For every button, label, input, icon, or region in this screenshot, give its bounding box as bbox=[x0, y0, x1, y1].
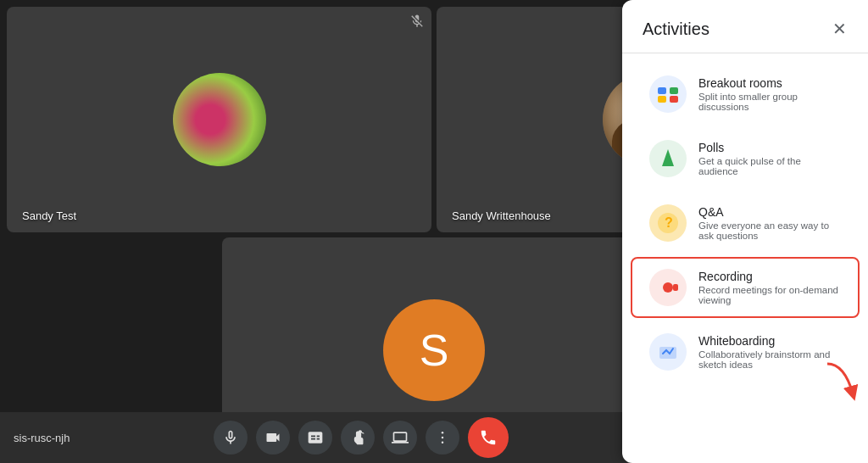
microphone-button[interactable] bbox=[214, 421, 248, 455]
svg-point-11 bbox=[442, 432, 444, 434]
svg-point-12 bbox=[442, 437, 444, 439]
sandy-test-mute-icon bbox=[409, 14, 425, 32]
activity-item-qa[interactable]: ? Q&A Give everyone an easy way to ask q… bbox=[631, 192, 860, 254]
polls-name: Polls bbox=[698, 141, 841, 154]
recording-name: Recording bbox=[698, 270, 841, 283]
svg-point-8 bbox=[663, 282, 673, 293]
end-call-button[interactable] bbox=[468, 417, 509, 458]
present-button[interactable] bbox=[383, 421, 417, 455]
breakout-desc: Split into smaller group discussions bbox=[698, 92, 841, 112]
polls-text: Polls Get a quick pulse of the audience bbox=[698, 141, 841, 176]
sandy-test-avatar bbox=[173, 73, 266, 166]
recording-icon bbox=[649, 269, 687, 306]
qa-text: Q&A Give everyone an easy way to ask que… bbox=[698, 205, 841, 241]
svg-rect-1 bbox=[670, 87, 678, 94]
more-options-button[interactable] bbox=[426, 421, 459, 455]
close-panel-button[interactable]: ✕ bbox=[826, 15, 853, 42]
svg-rect-2 bbox=[658, 96, 666, 103]
svg-text:?: ? bbox=[665, 215, 673, 230]
raise-hand-button[interactable] bbox=[341, 421, 375, 455]
qa-desc: Give everyone an easy way to ask questio… bbox=[698, 220, 841, 241]
svg-marker-4 bbox=[662, 149, 674, 166]
panel-header: Activities ✕ bbox=[622, 0, 868, 53]
breakout-name: Breakout rooms bbox=[698, 76, 841, 90]
qa-name: Q&A bbox=[698, 205, 841, 219]
polls-desc: Get a quick pulse of the audience bbox=[698, 156, 841, 176]
whiteboard-name: Whiteboarding bbox=[698, 334, 841, 348]
svg-point-13 bbox=[442, 442, 444, 444]
meeting-id: sis-rusc-njh bbox=[14, 432, 70, 444]
controls-center bbox=[214, 417, 509, 458]
polls-icon bbox=[649, 140, 687, 177]
svg-rect-0 bbox=[658, 87, 666, 94]
arrow-indicator bbox=[819, 360, 861, 405]
breakout-icon bbox=[649, 75, 687, 113]
recording-desc: Record meetings for on-demand viewing bbox=[698, 285, 841, 305]
recording-text: Recording Record meetings for on-demand … bbox=[698, 270, 841, 305]
camera-button[interactable] bbox=[256, 421, 290, 455]
qa-icon: ? bbox=[649, 204, 687, 242]
activity-item-polls[interactable]: Polls Get a quick pulse of the audience bbox=[631, 128, 860, 189]
captions-button[interactable] bbox=[298, 421, 332, 455]
sandy-writtenhouse-label: Sandy Writtenhouse bbox=[443, 204, 559, 227]
svg-rect-9 bbox=[673, 284, 678, 291]
activity-item-breakout[interactable]: Breakout rooms Split into smaller group … bbox=[631, 64, 860, 125]
whiteboard-icon bbox=[649, 333, 687, 371]
video-tile-sandy-test: Sandy Test bbox=[7, 7, 431, 232]
panel-title: Activities bbox=[643, 20, 709, 39]
sandy-test-label: Sandy Test bbox=[14, 204, 85, 227]
activity-item-recording[interactable]: Recording Record meetings for on-demand … bbox=[631, 257, 860, 318]
you-avatar: S bbox=[383, 299, 485, 401]
breakout-text: Breakout rooms Split into smaller group … bbox=[698, 76, 841, 112]
svg-rect-3 bbox=[670, 96, 678, 103]
